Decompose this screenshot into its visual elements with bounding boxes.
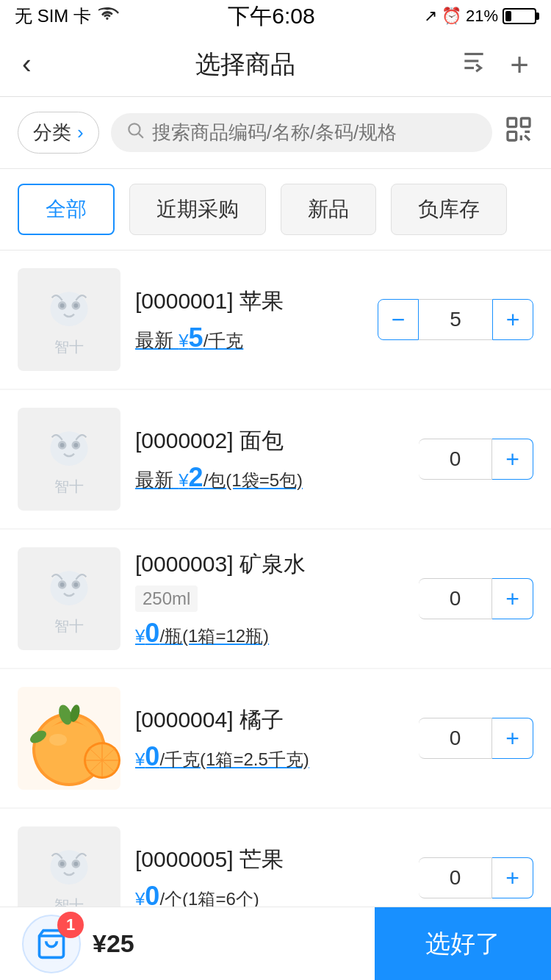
product-name: [0000003] 矿泉水 (135, 550, 404, 580)
product-quantity-control: + (419, 718, 533, 759)
product-price: 最新 ¥5/千克 (135, 323, 363, 353)
status-bar-right: ↗ ⏰ 21% (424, 7, 536, 26)
cart-total: ¥25 (93, 929, 134, 958)
battery-icon (503, 8, 536, 24)
svg-rect-6 (521, 118, 530, 127)
svg-point-30 (49, 734, 67, 746)
quantity-input[interactable] (419, 578, 492, 619)
list-item: 智十 [0000003] 矿泉水 250ml ¥0/瓶(1箱=12瓶) + (0, 530, 551, 668)
product-price: ¥0/千克(1箱=2.5千克) (135, 741, 404, 772)
product-name: [0000005] 芒果 (135, 845, 404, 875)
product-price: 最新 ¥2/包(1袋=5包) (135, 462, 404, 493)
tab-all[interactable]: 全部 (18, 184, 115, 235)
svg-point-17 (73, 303, 78, 308)
svg-line-4 (139, 134, 143, 138)
page-title: 选择商品 (195, 48, 295, 82)
product-image: 智十 (18, 268, 120, 371)
svg-point-18 (50, 431, 87, 466)
product-info: [0000005] 芒果 ¥0/个(1箱=6个) (135, 845, 404, 912)
nav-actions: + (460, 46, 529, 83)
product-info: [0000003] 矿泉水 250ml ¥0/瓶(1箱=12瓶) (135, 550, 404, 649)
search-input[interactable] (152, 121, 478, 144)
quantity-input[interactable] (419, 299, 492, 340)
back-button[interactable]: ‹ (22, 48, 32, 80)
product-name: [0000002] 面包 (135, 426, 404, 456)
category-button[interactable]: 分类 › (18, 112, 99, 154)
svg-rect-5 (508, 118, 516, 127)
quantity-input[interactable] (419, 439, 492, 480)
battery-percent: 21% (466, 7, 498, 26)
wifi-icon (98, 6, 119, 26)
tab-negative[interactable]: 负库存 (391, 184, 507, 235)
product-list: 智十 [0000001] 苹果 最新 ¥5/千克 − + (0, 251, 551, 980)
svg-point-27 (73, 583, 78, 587)
quantity-increase-button[interactable]: + (492, 299, 533, 340)
product-info: [0000001] 苹果 最新 ¥5/千克 (135, 287, 363, 353)
product-image: 智十 (18, 408, 120, 511)
add-button[interactable]: + (510, 46, 529, 83)
quantity-input[interactable] (419, 857, 492, 898)
status-bar-left: 无 SIM 卡 (15, 4, 119, 28)
status-bar-time: 下午6:08 (228, 1, 314, 32)
alarm-icon: ⏰ (442, 7, 461, 26)
svg-point-23 (50, 571, 87, 605)
confirm-button[interactable]: 选好了 (375, 907, 551, 980)
product-quantity-control: + (419, 857, 533, 898)
cart-icon-wrap[interactable]: 1 (22, 915, 81, 973)
quantity-increase-button[interactable]: + (492, 578, 533, 619)
quantity-increase-button[interactable]: + (492, 439, 533, 480)
tab-new[interactable]: 新品 (281, 184, 376, 235)
cart-section: 1 ¥25 (0, 915, 375, 973)
filter-bar: 分类 › (0, 97, 551, 169)
svg-point-44 (73, 862, 78, 866)
svg-point-21 (60, 443, 65, 447)
scan-icon[interactable] (504, 115, 533, 151)
tab-recent[interactable]: 近期采购 (129, 184, 266, 235)
search-bar (111, 113, 492, 152)
svg-point-22 (73, 443, 78, 447)
svg-point-26 (60, 583, 65, 587)
svg-rect-7 (508, 131, 516, 140)
quantity-input[interactable] (419, 718, 492, 759)
quantity-increase-button[interactable]: + (492, 718, 533, 759)
cart-badge: 1 (57, 912, 84, 938)
product-quantity-control: + (419, 439, 533, 480)
product-quantity-control: − + (378, 299, 533, 340)
quantity-increase-button[interactable]: + (492, 857, 533, 898)
svg-point-40 (50, 850, 87, 884)
list-item: 智十 [0000002] 面包 最新 ¥2/包(1袋=5包) + (0, 390, 551, 528)
product-spec: 250ml (135, 586, 198, 612)
filter-button[interactable] (460, 47, 488, 82)
svg-point-3 (129, 123, 140, 134)
search-icon (126, 120, 145, 145)
svg-point-13 (50, 292, 87, 326)
product-info: [0000002] 面包 最新 ¥2/包(1袋=5包) (135, 426, 404, 493)
product-image (18, 687, 120, 790)
product-info: [0000004] 橘子 ¥0/千克(1箱=2.5千克) (135, 705, 404, 772)
list-item: [0000004] 橘子 ¥0/千克(1箱=2.5千克) + (0, 669, 551, 807)
product-name: [0000004] 橘子 (135, 705, 404, 735)
product-name: [0000001] 苹果 (135, 287, 363, 317)
list-item: 智十 [0000001] 苹果 最新 ¥5/千克 − + (0, 251, 551, 389)
product-quantity-control: + (419, 578, 533, 619)
carrier-label: 无 SIM 卡 (15, 4, 91, 28)
status-bar: 无 SIM 卡 下午6:08 ↗ ⏰ 21% (0, 0, 551, 32)
svg-point-43 (60, 862, 65, 866)
bottom-bar: 1 ¥25 选好了 (0, 907, 551, 980)
nav-bar: ‹ 选择商品 + (0, 32, 551, 97)
product-image: 智十 (18, 547, 120, 650)
location-icon: ↗ (424, 7, 437, 26)
svg-point-16 (60, 303, 65, 308)
svg-line-11 (525, 135, 530, 140)
quantity-decrease-button[interactable]: − (378, 299, 419, 340)
product-price: ¥0/瓶(1箱=12瓶) (135, 618, 404, 649)
tab-bar: 全部 近期采购 新品 负库存 (0, 169, 551, 251)
